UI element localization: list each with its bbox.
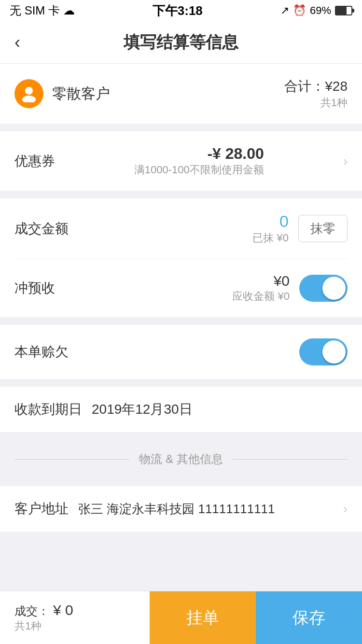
customer-total: 合计：¥28 共1种 [284,77,348,110]
status-left: 无 SIM 卡 ☁ [10,3,75,18]
deal-value-block: 0 已抹 ¥0 [252,212,289,245]
toggle-knob [322,277,346,300]
bottom-bar: 成交： ¥ 0 共1种 挂单 保存 [0,591,362,644]
bottom-count: 共1种 [14,619,135,633]
page-title: 填写结算等信息 [43,31,319,54]
status-right: ↗ ⏰ 69% [280,4,352,17]
round-zero-button[interactable]: 抹零 [298,215,348,242]
svg-point-1 [22,96,36,102]
address-section[interactable]: 客户地址 张三 海淀永丰科技园 11111111111 › [0,486,362,532]
sim-signal: 无 SIM 卡 ☁ [10,3,75,18]
bottom-deal-row: 成交： ¥ 0 [14,602,135,619]
status-bar: 无 SIM 卡 ☁ 下午3:18 ↗ ⏰ 69% [0,0,362,21]
prepay-toggle[interactable] [299,275,348,302]
customer-info: 零散客户 [14,79,110,108]
coupon-discount: -¥ 28.00 [134,145,264,163]
debt-toggle-knob [322,340,346,364]
address-label: 客户地址 [14,500,69,518]
address-value: 张三 海淀永丰科技园 11111111111 [78,501,338,518]
customer-name: 零散客户 [52,84,110,104]
debt-label: 本单赊欠 [14,343,69,361]
deal-amount-row: 成交金额 0 已抹 ¥0 抹零 [14,198,348,259]
info-divider: 物流 & 其他信息 [0,440,362,478]
hold-order-label: 挂单 [186,607,219,629]
coupon-row[interactable]: 优惠券 -¥ 28.00 满1000-100不限制使用金额 › [0,131,362,191]
location-icon: ↗ [280,4,289,17]
deal-section: 成交金额 0 已抹 ¥0 抹零 冲预收 ¥0 应收金额 ¥0 [0,198,362,317]
prepay-row: 冲预收 ¥0 应收金额 ¥0 [14,259,348,317]
deal-amount-sub: 已抹 ¥0 [252,231,289,245]
total-count: 共1种 [284,96,348,110]
save-label: 保存 [292,607,325,629]
deal-amount-right: 0 已抹 ¥0 抹零 [252,212,348,245]
debt-section: 本单赊欠 [0,325,362,379]
svg-point-0 [25,87,33,95]
divider-text: 物流 & 其他信息 [139,451,223,467]
status-time: 下午3:18 [153,2,203,19]
prepay-right: ¥0 应收金额 ¥0 [232,273,348,304]
bottom-deal-info: 成交： ¥ 0 共1种 [0,602,150,633]
alarm-icon: ⏰ [293,4,306,17]
battery-level: 69% [310,4,331,17]
deal-amount-value: 0 [252,212,289,231]
battery-icon [335,6,352,15]
nav-bar: ‹ 填写结算等信息 [0,21,362,64]
coupon-label: 优惠券 [14,152,55,170]
prepay-sub: 应收金额 ¥0 [232,289,290,304]
hold-order-button[interactable]: 挂单 [150,591,256,644]
save-button[interactable]: 保存 [256,591,362,644]
address-arrow-icon: › [343,501,348,517]
prepay-label: 冲预收 [14,279,55,297]
bottom-deal-value: ¥ 0 [53,602,73,618]
duedate-label: 收款到期日 [14,400,82,419]
divider-line-right [233,459,348,460]
avatar [14,79,43,108]
back-button[interactable]: ‹ [14,32,43,53]
divider-line-left [14,459,129,460]
deal-amount-label: 成交金额 [14,220,69,238]
debt-toggle[interactable] [299,338,348,365]
bottom-deal-label: 成交： [14,603,49,619]
coupon-right: -¥ 28.00 满1000-100不限制使用金额 [134,145,264,177]
prepay-value: ¥0 [232,273,290,289]
customer-row: 零散客户 合计：¥28 共1种 [0,64,362,124]
duedate-value: 2019年12月30日 [92,400,193,419]
duedate-section: 收款到期日 2019年12月30日 [0,387,362,432]
coupon-description: 满1000-100不限制使用金额 [134,163,264,177]
prepay-value-block: ¥0 应收金额 ¥0 [232,273,290,304]
total-amount: 合计：¥28 [284,77,348,96]
coupon-arrow-icon: › [343,154,348,169]
